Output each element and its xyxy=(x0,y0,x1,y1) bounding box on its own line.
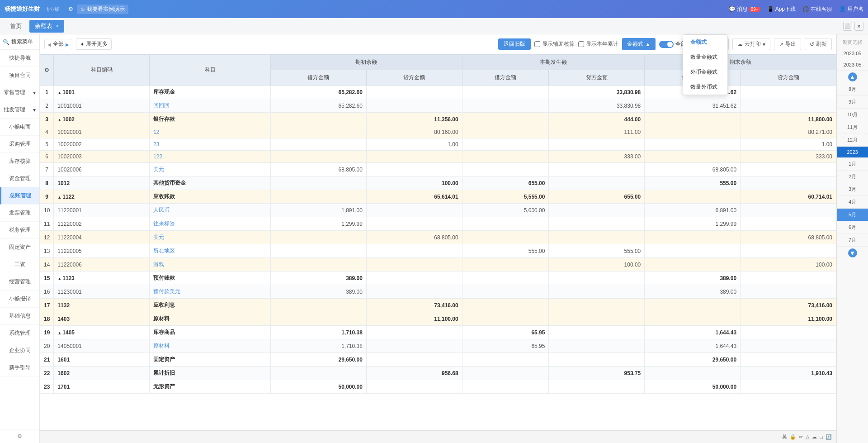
row-subject[interactable]: 往来标签 xyxy=(150,217,271,231)
window-icon[interactable]: □ xyxy=(820,434,823,440)
row-subject[interactable]: 回回回 xyxy=(150,99,271,113)
row-no: 15 xyxy=(40,272,54,285)
sidebar-item-inventory[interactable]: 库存核算 xyxy=(0,153,39,170)
th-code: 科目编码 xyxy=(54,55,150,86)
row-cur-debit xyxy=(462,231,549,244)
right-panel-1[interactable]: 1月 xyxy=(837,158,868,171)
sidebar-item-invoice[interactable]: 发票管理 xyxy=(0,205,39,222)
app-download-button[interactable]: 📱 App下载 xyxy=(767,5,796,13)
row-code: 1403 xyxy=(54,312,150,326)
sidebar-item-report[interactable]: 小畅报销 xyxy=(0,291,39,308)
right-panel-year2[interactable]: 2023.05 xyxy=(837,59,868,71)
sync-icon[interactable]: 🔃 xyxy=(826,434,832,440)
row-subject[interactable]: 预付款美元 xyxy=(150,285,271,299)
sidebar-item-assets[interactable]: 固定资产 xyxy=(0,239,39,256)
sidebar-item-operations[interactable]: 经营管理 xyxy=(0,273,39,291)
expand-more-button[interactable]: ✦ 展开更多 xyxy=(76,38,112,50)
right-panel-2[interactable]: 2月 xyxy=(837,171,868,183)
row-subject[interactable]: 122 xyxy=(150,151,271,163)
right-panel-9[interactable]: 9月 xyxy=(837,96,868,109)
tab-close-button[interactable]: × xyxy=(854,22,863,31)
show-aux-input[interactable] xyxy=(534,41,540,47)
right-panel-3[interactable]: 3月 xyxy=(837,183,868,196)
right-panel-5[interactable]: 5月 xyxy=(837,209,868,221)
row-op-debit: 1,710.38 xyxy=(271,326,367,339)
sidebar-item-quicknav[interactable]: 快捷导航 xyxy=(0,50,39,67)
sidebar-item-guide[interactable]: 新手引导 xyxy=(0,359,39,376)
dropdown-item-qty-amount[interactable]: 数量金额式 xyxy=(683,50,727,65)
online-service-button[interactable]: 🎧 在线客服 xyxy=(802,5,832,13)
demo-button[interactable]: ⊙ 我要看实例演示 xyxy=(77,5,128,14)
row-subject[interactable]: 原材料 xyxy=(150,339,271,353)
sidebar-item-project[interactable]: 项目合同 xyxy=(0,67,39,84)
row-subject[interactable]: 美元 xyxy=(150,231,271,244)
sidebar-item-wholesale[interactable]: 批发管理 ▾ xyxy=(0,101,39,119)
scroll-down-button[interactable]: ▼ xyxy=(848,248,857,257)
lang-switch[interactable]: 英 xyxy=(782,433,787,440)
lock-icon[interactable]: 🔒 xyxy=(790,434,796,440)
right-panel-7[interactable]: 7月 xyxy=(837,234,868,247)
sidebar-item-system[interactable]: 系统管理 xyxy=(0,325,39,342)
message-button[interactable]: 💬 消息 99+ xyxy=(729,5,760,13)
right-panel-12[interactable]: 12月 xyxy=(837,134,868,147)
sidebar-item-basic[interactable]: 基础信息 xyxy=(0,308,39,325)
alert-icon[interactable]: △ xyxy=(806,434,809,440)
tab-restore-button[interactable]: ⬜ xyxy=(843,22,852,31)
user-info[interactable]: 👤 用户名 xyxy=(839,5,863,13)
format-button[interactable]: 金额式 ▲ xyxy=(622,38,656,50)
sidebar-item-purchase[interactable]: 采购管理 xyxy=(0,136,39,153)
row-cur-debit xyxy=(462,86,549,99)
right-panel-year1[interactable]: 2023.05 xyxy=(837,48,868,59)
nav-all-group[interactable]: 全部 xyxy=(44,39,72,49)
cloud-status-icon[interactable]: ☁ xyxy=(812,434,817,440)
tab-close-icon[interactable]: × xyxy=(56,24,59,29)
right-panel-4[interactable]: 4月 xyxy=(837,196,868,209)
refresh-button[interactable]: ↺ 刷新 xyxy=(805,38,832,50)
th-settings[interactable]: ⚙ xyxy=(40,55,54,86)
row-subject[interactable]: 12 xyxy=(150,126,271,138)
export-button[interactable]: ↗ 导出 xyxy=(774,38,801,50)
settings-icon[interactable]: ⚙ xyxy=(68,6,73,12)
sidebar-item-label: 批发管理 xyxy=(4,106,25,114)
sidebar-item-ecommerce[interactable]: 小畅电商 xyxy=(0,119,39,136)
show-ytd-input[interactable] xyxy=(578,41,584,47)
right-panel-6[interactable]: 6月 xyxy=(837,221,868,234)
tab-balance[interactable]: 余额表 × xyxy=(29,20,64,33)
row-cl-credit xyxy=(741,244,836,258)
sidebar-item-capital[interactable]: 资金管理 xyxy=(0,170,39,187)
row-subject[interactable]: 人民币 xyxy=(150,204,271,217)
sidebar-item-salary[interactable]: 工资 xyxy=(0,256,39,273)
edit-icon[interactable]: ✏ xyxy=(799,434,803,440)
sidebar-item-tax[interactable]: 税务管理 xyxy=(0,222,39,239)
dropdown-item-qty-foreign[interactable]: 数量外币式 xyxy=(683,80,727,95)
return-old-button[interactable]: 退回旧版 xyxy=(498,38,531,50)
row-cl-credit xyxy=(741,204,836,217)
search-menu[interactable]: 🔍 搜索菜单 xyxy=(0,34,39,50)
dropdown-item-foreign-amount[interactable]: 外币金额式 xyxy=(683,65,727,80)
sidebar-item-label: 固定资产 xyxy=(3,243,37,251)
row-cl-credit xyxy=(741,285,836,299)
show-aux-checkbox[interactable]: 显示辅助核算 xyxy=(534,40,575,48)
sidebar-settings-button[interactable]: ⚙ xyxy=(0,429,39,443)
row-subject[interactable]: 23 xyxy=(150,138,271,151)
scroll-up-button[interactable]: ▲ xyxy=(848,72,857,81)
sidebar-item-ledger[interactable]: 总账管理 xyxy=(0,187,39,205)
right-panel: 期间选择 2023.05 2023.05 ▲ 8月 9月 10月 11月 12月… xyxy=(836,34,868,443)
sidebar-item-cooperation[interactable]: 企业协同 xyxy=(0,342,39,359)
show-ytd-checkbox[interactable]: 显示本年累计 xyxy=(578,40,618,48)
sidebar-item-retail[interactable]: 零售管理 ▾ xyxy=(0,84,39,101)
dropdown-item-amount[interactable]: 金额式 xyxy=(683,35,727,50)
right-panel-11[interactable]: 11月 xyxy=(837,121,868,134)
right-panel-8[interactable]: 8月 xyxy=(837,83,868,96)
show-ytd-label: 显示本年累计 xyxy=(586,40,618,48)
tab-home[interactable]: 首页 xyxy=(5,20,27,33)
toggle-switch[interactable] xyxy=(659,41,674,48)
row-subject[interactable]: 游戏 xyxy=(150,258,271,272)
row-op-credit: 11,356.00 xyxy=(366,113,462,126)
cloud-print-button[interactable]: ☁ 云打印 ▾ xyxy=(732,38,770,50)
row-no: 18 xyxy=(40,312,54,326)
right-panel-2023[interactable]: 2023 xyxy=(837,147,868,158)
row-subject[interactable]: 美元 xyxy=(150,163,271,176)
row-subject[interactable]: 所在地区 xyxy=(150,244,271,258)
right-panel-10[interactable]: 10月 xyxy=(837,109,868,121)
